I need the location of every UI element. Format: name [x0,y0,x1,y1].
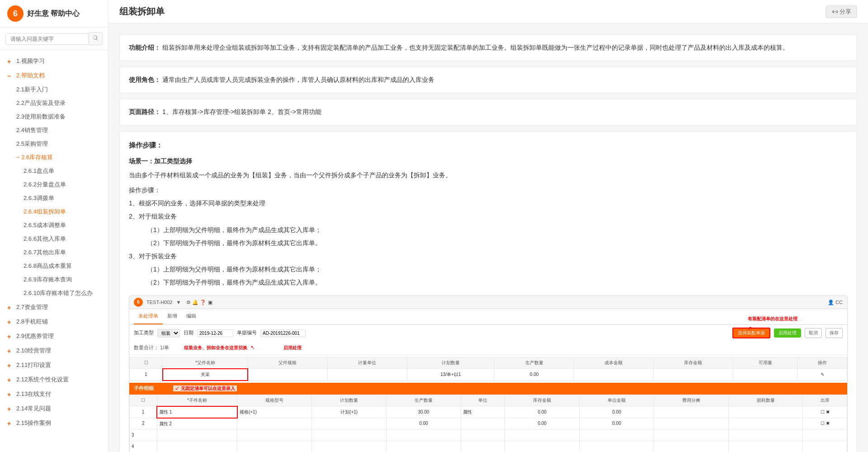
feature-label: 功能介绍： [129,44,160,51]
search-input[interactable] [5,33,89,45]
annotation-wrapper-1: 选择装配单据 有装配清单的在这里处理 ↗ [732,328,770,338]
col-header: 计划数量 [312,395,387,406]
table-row [312,429,387,441]
table-row: 0.00 [505,406,580,418]
sidebar-item-docs[interactable]: − 2.帮助文档 [0,68,108,83]
sidebar-item-faq[interactable]: + 2.14常见问题 [0,401,108,416]
type-select[interactable]: 组装 拆卸 [157,329,180,338]
search-button[interactable] [89,32,103,45]
sidebar-item-goodscost[interactable]: 2.6.8商品成本重算 [0,259,108,273]
tab-edit[interactable]: 编辑 [182,309,201,324]
sidebar-item-purchase[interactable]: 2.5采购管理 [0,137,108,151]
sidebar-item-onlinepay[interactable]: + 2.13在线支付 [0,387,108,401]
sidebar-item-data[interactable]: 2.3使用前数据准备 [0,110,108,124]
sidebar-item-assembly[interactable]: 2.6.4组装拆卸单 [0,205,108,219]
annotation-text-4: ↙ 无固定清单可以在这里录入 [173,385,237,391]
sidebar-item-install[interactable]: 2.2产品安装及登录 [0,96,108,110]
annotation-arrow-1: ↗ [747,323,752,334]
table-row [728,418,803,430]
path-card: 页面路径： 1、库存核算->库存管理->组装拆卸单 2、首页->常用功能 [119,99,857,125]
sidebar-item-otheroutstock[interactable]: 2.6.7其他出库单 [0,246,108,259]
table-row: 0.00 [580,418,654,430]
col-header-stock-cost: 库存金额 [653,357,733,369]
table-row [327,369,407,381]
sidebar-item-video[interactable]: + 1.视频学习 [0,54,108,68]
table-row: 属性 1 [157,406,237,418]
table-row: 计划(+1) [312,406,387,418]
table-row: 规格(+1) [237,406,312,418]
col-header-spec: 父件规格 [248,357,327,369]
col-header-planned: 计划数量 [407,357,495,369]
plus-icon: + [7,420,14,426]
app-dropdown-icon: ▼ [176,298,181,307]
app-header-bar: 6 TEST-H002 ▼ ⚙ 🔔 ❓ ▣ 👤 CC [129,296,847,309]
table-row: 2 [130,418,157,430]
sidebar-item-sysconfig[interactable]: + 2.12系统个性化设置 [0,372,108,387]
docno-label: 单据编号 [237,328,257,338]
ops-label: 操作步骤： [129,139,848,151]
user-icon: 👤 CC [828,298,843,307]
sidebar-item-new[interactable]: 2.1新手入门 [0,83,108,96]
btn-act[interactable]: 启用处理 [774,328,801,338]
table-row [728,429,803,441]
qty-label: 数量合计： [134,345,159,350]
bottom-table-container: ☐ *子件名称 规格型号 计划数量 生产数量 单位 库存金额 单位金额 费用分摊… [129,395,847,452]
table-row [574,369,653,381]
form-row2: 数量合计： 1/单 组装业务、拆卸业务在这里切换 ↖ 启用处理 [129,341,847,355]
col-header: 费用分摊 [654,395,728,406]
col-header-name: *父件名称 [163,357,248,369]
table-row [157,441,237,452]
sidebar-item-capital[interactable]: + 2.7资金管理 [0,300,108,314]
sidebar-item-otherinstock[interactable]: 2.6.6其他入库单 [0,232,108,246]
step2: 2、对于组装业务 [129,211,848,222]
btn-cancel[interactable]: 取消 [805,328,822,338]
table-row [654,418,728,430]
col-header-cost: 成本金额 [574,357,653,369]
col-header: 单位 [461,395,505,406]
share-label: 分享 [840,8,851,16]
table-row [237,418,312,430]
step2-1: （1）上部明细为父件明细，最终作为产成品生成其它入库单； [129,224,848,236]
table-row: 1 [130,369,163,381]
col-header: 损耗数量 [728,395,803,406]
tab-unprocessed[interactable]: 未处理单 [134,309,163,324]
sidebar-item-inventory[interactable]: − 2.6库存核算 [0,151,108,164]
sidebar-item-label: 2.12系统个性化设置 [16,376,69,384]
sidebar-item-sales[interactable]: 2.4销售管理 [0,124,108,137]
sidebar-item-cases[interactable]: + 2.15操作案例 [0,416,108,430]
screenshot-icons: ⚙ 🔔 ❓ ▣ [186,298,212,307]
sidebar-item-transfer[interactable]: 2.6.3调拨单 [0,191,108,205]
sidebar-item-ops[interactable]: + 2.10经营管理 [0,343,108,358]
date-input[interactable] [197,329,233,337]
bottom-table-label: 子件明细 ↙ 无固定清单可以在这里录入 [129,383,847,395]
sidebar-item-stockcheck[interactable]: 2.6.9库存账本查询 [0,273,108,286]
sidebar-item-label: 2.10经营管理 [16,347,51,355]
sidebar-item-coupon[interactable]: + 2.9优惠券管理 [0,329,108,343]
share-button[interactable]: 分享 [826,5,857,18]
tab-new[interactable]: 新增 [163,309,182,324]
step3-1: （1）上部明细为父件明细，最终作为原材料生成其它出库单； [129,264,848,275]
sub-nav: 未处理单 新增 编辑 [129,309,847,325]
col-header-avail: 可用量 [733,357,797,369]
app-logo-icon: 6 [134,298,143,307]
step3: 3、对于拆装业务 [129,251,848,262]
path-text: 1、库存核算->库存管理->组装拆卸单 2、首页->常用功能 [162,108,321,115]
btn-save[interactable]: 保存 [826,328,843,338]
sidebar-item-mobile[interactable]: + 2.8手机旺铺 [0,314,108,329]
col-header: 生产数量 [387,395,461,406]
scene1-desc: 当由多个子件材料组装成一个成品的业务为【组装】业务，当由一个父件拆分成多个子产品… [129,170,848,181]
sidebar-item-stocktake[interactable]: 2.6.1盘点单 [0,164,108,178]
sidebar-item-costadj[interactable]: 2.6.5成本调整单 [0,219,108,232]
plus-icon: + [7,405,14,412]
date-label: 日期 [184,328,193,338]
form-area: 加工类型 组装 拆卸 日期 单据编号 选择装配单据 有装配清单的在这里处理 [129,325,847,341]
sidebar-item-stockerr[interactable]: 2.6.10库存账本错了怎么办 [0,286,108,300]
table-row [387,429,461,441]
docno-input[interactable] [260,329,306,337]
main-area: 组装拆卸单 分享 功能介绍： 组装拆卸单用来处理企业组装或拆卸等加工业务，支持有… [108,0,868,452]
plus-icon: + [7,333,14,339]
sidebar-item-partstocktake[interactable]: 2.6.2分量盘点单 [0,178,108,191]
sidebar-item-print[interactable]: + 2.11打印设置 [0,358,108,372]
table-row: 4 [130,441,157,452]
table-row: 0.00 [505,418,580,430]
